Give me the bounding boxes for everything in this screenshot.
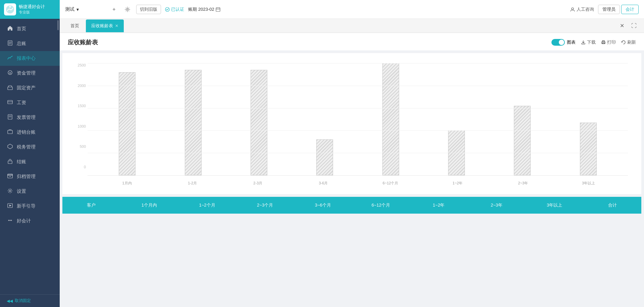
home-icon xyxy=(7,26,13,32)
certified-badge: 已认证 xyxy=(165,6,184,12)
col-1month: 1个月内 xyxy=(120,197,178,214)
svg-point-31 xyxy=(572,8,574,10)
sidebar-item-archive[interactable]: 归档管理 xyxy=(0,169,60,184)
svg-rect-15 xyxy=(8,161,12,164)
x-label-1-2year: 1~2年 xyxy=(449,181,466,186)
gridline-1 xyxy=(88,86,628,86)
col-1-2month: 1~2个月 xyxy=(178,197,236,214)
table-section: 客户 1个月内 1~2个月 2~3个月 3~6个月 6~12个月 1~2年 2~… xyxy=(62,197,641,214)
settings-icon xyxy=(7,188,13,195)
sidebar-item-ledger[interactable]: 总账 xyxy=(0,36,60,51)
y-label-500: 500 xyxy=(72,144,86,148)
company-selector[interactable]: 测试 ▾ xyxy=(65,6,105,12)
sidebar-item-inventory[interactable]: 进销台账 xyxy=(0,125,60,140)
cancel-fixed-btn[interactable]: ◀◀ 取消固定 xyxy=(0,294,60,307)
tab-aging-label: 应收账龄表 xyxy=(91,23,113,29)
service-btn[interactable]: 人工咨询 xyxy=(570,6,594,12)
col-3plus-year: 3年以上 xyxy=(526,197,584,214)
gridline-4 xyxy=(88,153,628,153)
y-label-1500: 1500 xyxy=(72,104,86,108)
topbar: 测试 ▾ + 切到旧版 已认证 账期 2023-02 xyxy=(60,0,644,19)
capital-icon: ¥ xyxy=(7,70,13,77)
tab-expand-btn[interactable]: ⛶ xyxy=(629,21,639,31)
main-content: 测试 ▾ + 切到旧版 已认证 账期 2023-02 xyxy=(60,0,644,307)
archive-icon xyxy=(7,173,13,180)
old-version-btn[interactable]: 切到旧版 xyxy=(136,5,161,14)
col-6-12month: 6~12个月 xyxy=(352,197,410,214)
col-total: 合计 xyxy=(583,197,641,214)
sidebar-logo: 畅捷通好会计 专业版 xyxy=(0,0,60,19)
y-label-2000: 2000 xyxy=(72,84,86,88)
svg-point-25 xyxy=(127,8,128,10)
svg-point-22 xyxy=(8,220,9,221)
svg-rect-27 xyxy=(216,8,220,11)
gridline-3 xyxy=(88,130,628,131)
sidebar-item-home[interactable]: 首页 xyxy=(0,21,60,36)
gridline-2 xyxy=(88,108,628,108)
sidebar-item-salary[interactable]: 工资 xyxy=(0,95,60,110)
manager-btn[interactable]: 管理员 xyxy=(598,5,620,14)
sidebar-item-settings[interactable]: 设置 xyxy=(0,184,60,199)
tab-aging-close[interactable]: ✕ xyxy=(115,24,118,28)
sidebar-item-last[interactable]: 好会计 xyxy=(0,214,60,228)
tab-home[interactable]: 首页 xyxy=(65,19,85,32)
svg-text:¥: ¥ xyxy=(9,71,11,75)
tab-aging[interactable]: 应收账龄表 ✕ xyxy=(86,19,124,32)
sidebar-item-invoice[interactable]: 发票管理 xyxy=(0,110,60,125)
y-label-1000: 1000 xyxy=(72,124,86,128)
col-2-3month: 2~3个月 xyxy=(236,197,294,214)
x-label-1month: 1月内 xyxy=(119,181,136,186)
col-customer: 客户 xyxy=(62,197,120,214)
svg-point-19 xyxy=(9,190,11,192)
more-icon xyxy=(7,218,13,224)
company-name: 测试 xyxy=(65,6,74,12)
close-accounts-icon xyxy=(7,159,13,165)
svg-marker-21 xyxy=(9,205,11,207)
dropdown-icon: ▾ xyxy=(76,7,79,12)
refresh-btn[interactable]: 刷新 xyxy=(621,39,636,45)
newbie-icon xyxy=(7,203,13,210)
page-actions: 图表 下载 打印 xyxy=(551,39,636,46)
chart-toggle-label: 图表 xyxy=(567,39,576,45)
sidebar-item-assets[interactable]: 固定资产 xyxy=(0,81,60,95)
accountant-btn[interactable]: 会计 xyxy=(621,5,639,14)
svg-rect-9 xyxy=(8,100,12,104)
chart-section: 0 500 1000 1500 2000 2500 xyxy=(62,53,641,194)
tab-home-label: 首页 xyxy=(70,23,79,29)
svg-rect-33 xyxy=(602,43,604,44)
sidebar-item-reports[interactable]: 报表中心 xyxy=(0,51,60,66)
svg-rect-8 xyxy=(8,87,12,90)
svg-point-23 xyxy=(10,220,11,221)
sidebar-item-capital[interactable]: ¥ 资金管理 xyxy=(0,66,60,81)
sidebar: 畅捷通好会计 专业版 首页 总账 xyxy=(0,0,60,307)
svg-rect-14 xyxy=(8,130,12,134)
page-header: 应收账龄表 图表 下载 xyxy=(60,33,644,50)
sidebar-item-newbie[interactable]: 新手引导 xyxy=(0,199,60,214)
print-btn[interactable]: 打印 xyxy=(601,39,616,45)
invoice-icon xyxy=(7,114,13,121)
settings-btn[interactable] xyxy=(123,5,132,14)
chart-toggle[interactable] xyxy=(551,39,565,46)
pin-icon: ◀◀ xyxy=(7,299,13,303)
x-label-1-2month: 1-2月 xyxy=(184,181,201,186)
add-company-btn[interactable]: + xyxy=(109,5,119,14)
inventory-icon xyxy=(7,129,13,136)
user-buttons: 管理员 会计 xyxy=(598,5,639,14)
x-label-2-3month: 2-3月 xyxy=(250,181,266,186)
col-1-2year: 1~2年 xyxy=(410,197,468,214)
y-label-2500: 2500 xyxy=(72,63,86,67)
sidebar-item-tax[interactable]: 税务管理 xyxy=(0,140,60,155)
svg-point-24 xyxy=(11,220,12,221)
app-name: 畅捷通好会计 专业版 xyxy=(19,4,45,14)
col-3-6month: 3~6个月 xyxy=(294,197,352,214)
sidebar-item-close[interactable]: 结账 xyxy=(0,155,60,169)
x-label-3plus-year: 3年以上 xyxy=(580,181,597,186)
svg-point-1 xyxy=(9,6,11,8)
tab-close-btn[interactable]: ✕ xyxy=(617,21,627,31)
tax-icon xyxy=(7,144,13,150)
ledger-icon xyxy=(7,40,13,47)
download-btn[interactable]: 下载 xyxy=(581,39,596,45)
y-label-0: 0 xyxy=(72,165,86,169)
col-2-3year: 2~3年 xyxy=(468,197,526,214)
sidebar-menu: 首页 总账 报表中心 xyxy=(0,19,60,294)
